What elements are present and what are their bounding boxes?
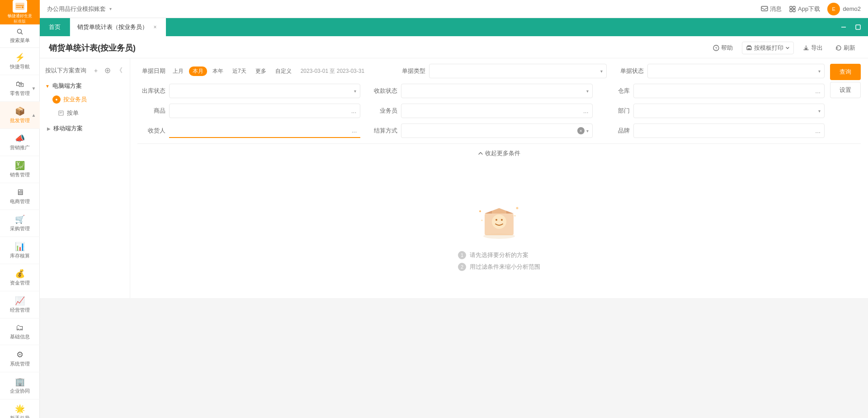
app-download-button[interactable]: App下载 bbox=[789, 5, 820, 13]
help-button[interactable]: ? 帮助 bbox=[709, 42, 736, 54]
scheme-header-actions: + 《 bbox=[91, 66, 124, 76]
svg-rect-7 bbox=[790, 10, 792, 12]
warehouse-dots[interactable]: ... bbox=[815, 87, 821, 95]
settlement-clear-button[interactable]: × bbox=[577, 127, 585, 134]
sidebar-item-basic[interactable]: 🗂 基础信息 bbox=[0, 318, 40, 345]
header-dropdown-icon[interactable]: ▾ bbox=[109, 6, 112, 11]
settings-button[interactable]: 设置 bbox=[830, 82, 861, 98]
date-this-month[interactable]: 本月 bbox=[189, 66, 207, 76]
tab-close-button[interactable]: × bbox=[151, 24, 159, 31]
receiver-input[interactable]: ... bbox=[169, 124, 360, 138]
doctype-input[interactable]: ▾ bbox=[429, 64, 607, 78]
logo-icon bbox=[13, 0, 27, 13]
filter-docstatus-field: 单据状态 ▾ bbox=[616, 64, 825, 78]
inventory-icon: 📊 bbox=[15, 242, 25, 252]
docstatus-input[interactable]: ▾ bbox=[647, 64, 825, 78]
paystatus-input[interactable]: ▾ bbox=[401, 84, 592, 98]
dept-input[interactable]: ▾ bbox=[633, 104, 825, 118]
date-last7days[interactable]: 近7天 bbox=[229, 66, 250, 76]
scheme-edit-icon bbox=[104, 67, 111, 74]
wholesale-label: 批发管理 bbox=[10, 117, 30, 124]
scheme-item-salesman-label: 按业务员 bbox=[63, 95, 87, 104]
scheme-item-salesman[interactable]: ● 按业务员 bbox=[40, 93, 130, 106]
scheme-collapse-button[interactable]: 《 bbox=[114, 66, 124, 76]
query-button[interactable]: 查询 bbox=[830, 64, 861, 80]
system-label: 系统管理 bbox=[10, 361, 30, 367]
retail-icon: 🛍 bbox=[16, 80, 24, 89]
message-button[interactable]: 消息 bbox=[761, 5, 782, 13]
svg-rect-4 bbox=[761, 6, 768, 11]
filter-dept-field: 部门 ▾ bbox=[602, 104, 825, 118]
empty-hints: 1 请先选择要分析的方案 2 用过滤条件来缩小分析范围 bbox=[458, 251, 540, 271]
refresh-icon bbox=[835, 45, 842, 51]
sidebar-item-newbie[interactable]: 🌟 新手引导 bbox=[0, 399, 40, 418]
operations-label: 经营管理 bbox=[10, 307, 30, 314]
help-label: 帮助 bbox=[721, 44, 733, 52]
refresh-button[interactable]: 刷新 bbox=[832, 42, 859, 54]
tab-minimize-button[interactable] bbox=[837, 21, 850, 33]
sidebar-item-marketing[interactable]: 📣 营销推广 bbox=[0, 129, 40, 156]
header-left: 办公用品行业模拟账套 ▾ bbox=[47, 5, 112, 13]
goods-dots[interactable]: ... bbox=[351, 107, 357, 114]
date-label: 单据日期 bbox=[137, 67, 169, 75]
receiver-dots[interactable]: ... bbox=[352, 127, 357, 134]
date-custom[interactable]: 自定义 bbox=[272, 66, 295, 76]
marketing-icon: 📣 bbox=[15, 133, 25, 143]
goods-input[interactable]: ... bbox=[169, 104, 360, 118]
scheme-add-button[interactable]: + bbox=[91, 66, 101, 76]
print-button[interactable]: 按模板打印 bbox=[742, 42, 794, 54]
sidebar-item-inventory[interactable]: 📊 库存核算 bbox=[0, 237, 40, 264]
logo-text: 畅捷通好生意 bbox=[8, 14, 32, 19]
enterprise-icon: 🏢 bbox=[15, 377, 25, 387]
date-last-month[interactable]: 上月 bbox=[169, 66, 187, 76]
empty-illustration bbox=[472, 195, 526, 242]
tab-home[interactable]: 首页 bbox=[40, 18, 70, 36]
tab-maximize-button[interactable] bbox=[852, 21, 864, 33]
page-content: 销货单统计表(按业务员) ? 帮助 按模板打印 bbox=[40, 36, 868, 418]
sidebar-item-retail[interactable]: 🛍 零售管理 ▼ bbox=[0, 75, 40, 102]
newbie-icon: 🌟 bbox=[15, 404, 25, 414]
scheme-edit-button[interactable] bbox=[103, 66, 113, 76]
user-profile[interactable]: E demo2 bbox=[827, 3, 861, 15]
sidebar-item-sales[interactable]: 💹 销售管理 bbox=[0, 156, 40, 183]
brand-dots[interactable]: ... bbox=[815, 127, 821, 134]
sales-label: 销售管理 bbox=[10, 171, 30, 178]
brand-input[interactable]: ... bbox=[633, 124, 825, 138]
tab-active[interactable]: 销货单统计表（按业务员） × bbox=[70, 18, 166, 36]
sidebar-item-system[interactable]: ⚙ 系统管理 bbox=[0, 345, 40, 372]
docstatus-dropdown-icon: ▾ bbox=[818, 69, 821, 74]
ecommerce-icon: 🖥 bbox=[16, 188, 24, 197]
app-logo[interactable]: 畅捷通好生意 标准版 bbox=[0, 0, 40, 24]
collapse-icon bbox=[478, 151, 483, 156]
collapse-conditions-button[interactable]: 收起更多条件 bbox=[472, 147, 526, 159]
minimize-icon bbox=[840, 24, 847, 30]
scheme-pc-group-title[interactable]: ▼ 电脑端方案 bbox=[40, 79, 130, 93]
outstatus-label: 出库状态 bbox=[137, 87, 169, 95]
salesman-dots[interactable]: ... bbox=[583, 107, 589, 114]
export-button[interactable]: 导出 bbox=[799, 42, 826, 54]
sidebar-item-finance[interactable]: 💰 资金管理 bbox=[0, 264, 40, 291]
scheme-mobile-group-title[interactable]: ▶ 移动端方案 bbox=[40, 122, 130, 135]
sidebar-item-purchase[interactable]: 🛒 采购管理 bbox=[0, 210, 40, 237]
date-more[interactable]: 更多 bbox=[252, 66, 270, 76]
warehouse-input[interactable]: ... bbox=[633, 84, 825, 98]
scheme-sub-item-order[interactable]: 按单 bbox=[40, 106, 130, 120]
settlement-input[interactable]: × ▾ bbox=[401, 124, 592, 138]
sidebar-item-ecommerce[interactable]: 🖥 电商管理 bbox=[0, 183, 40, 210]
collapse-label: 收起更多条件 bbox=[485, 149, 520, 157]
search-menu-item[interactable]: 搜索菜单 bbox=[0, 24, 40, 48]
sidebar-item-shortcuts[interactable]: ⚡ 快捷导航 bbox=[0, 48, 40, 75]
sidebar-item-operations[interactable]: 📈 经营管理 bbox=[0, 291, 40, 318]
outstatus-input[interactable]: ▾ bbox=[169, 84, 360, 98]
collapse-btn-wrap: 收起更多条件 bbox=[137, 143, 861, 163]
salesman-input[interactable]: ... bbox=[401, 104, 592, 118]
date-this-year[interactable]: 本年 bbox=[209, 66, 227, 76]
sidebar-item-wholesale[interactable]: 📦 批发管理 ▲ bbox=[0, 102, 40, 129]
help-icon: ? bbox=[713, 45, 719, 51]
sidebar-item-enterprise[interactable]: 🏢 企业协同 bbox=[0, 372, 40, 399]
svg-rect-5 bbox=[790, 6, 792, 9]
svg-line-3 bbox=[21, 33, 22, 34]
docstatus-label: 单据状态 bbox=[616, 67, 647, 75]
dept-label: 部门 bbox=[602, 107, 633, 115]
search-label: 搜索菜单 bbox=[10, 37, 30, 44]
